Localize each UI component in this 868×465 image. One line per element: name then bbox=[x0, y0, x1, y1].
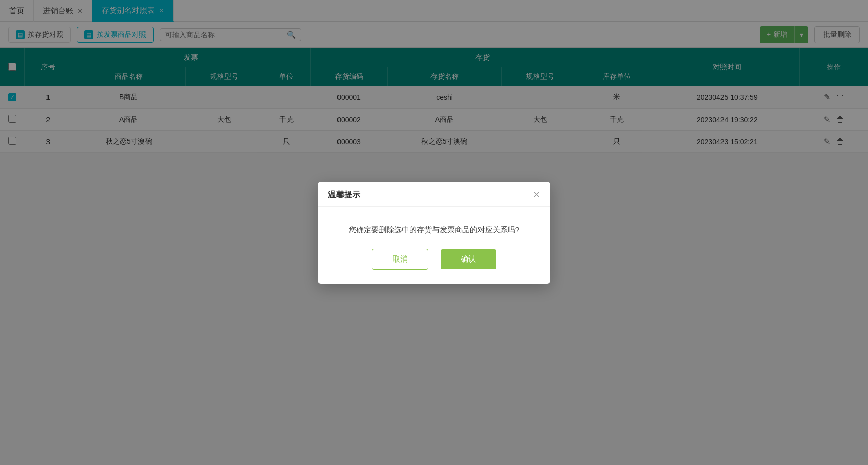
modal-overlay[interactable]: 温馨提示 ✕ 您确定要删除选中的存货与发票商品的对应关系吗? 取消 确认 bbox=[0, 0, 868, 153]
